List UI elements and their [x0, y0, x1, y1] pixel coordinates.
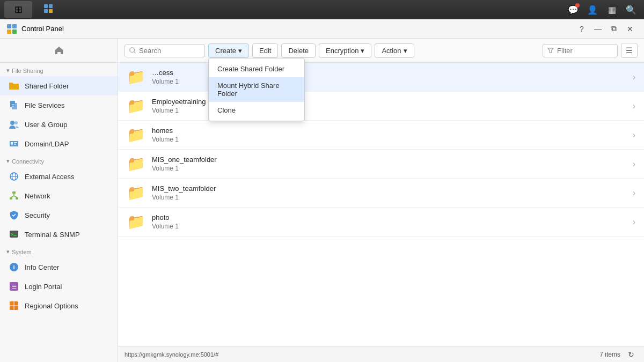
dashboard-icon: ▦	[608, 5, 616, 15]
user-button[interactable]: 👤	[584, 1, 601, 18]
notification-badge	[575, 3, 580, 8]
svg-rect-3	[49, 9, 53, 13]
search-button[interactable]: 🔍	[623, 1, 640, 18]
taskbar: ⊞ 💬 👤 ▦ 🔍	[0, 0, 644, 19]
taskbar-blue-app[interactable]	[34, 1, 62, 18]
svg-rect-2	[44, 9, 48, 13]
blue-icon	[43, 3, 54, 17]
taskbar-right-area: 💬 👤 ▦ 🔍	[565, 1, 640, 18]
dashboard-button[interactable]: ▦	[603, 1, 620, 18]
taskbar-grid-app[interactable]: ⊞	[4, 1, 32, 18]
search-icon: 🔍	[626, 5, 636, 15]
grid-icon: ⊞	[14, 4, 23, 16]
message-button[interactable]: 💬	[565, 1, 582, 18]
user-icon: 👤	[587, 5, 598, 15]
svg-rect-1	[49, 4, 53, 8]
svg-rect-0	[44, 4, 48, 8]
